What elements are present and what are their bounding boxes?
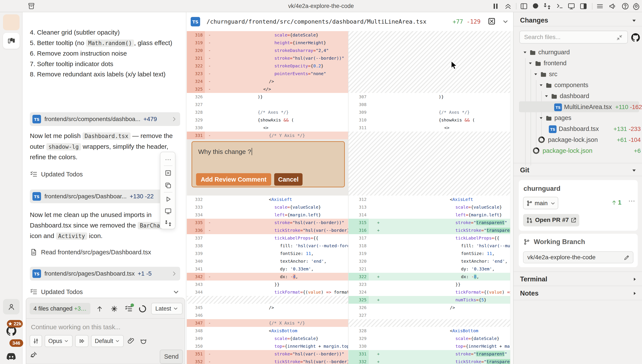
diff-row[interactable]: 345/> bbox=[187, 304, 348, 312]
diff-row[interactable]: 335-stroke="hsl(var(--border))" bbox=[187, 219, 348, 226]
working-branch-input[interactable]: vk/4e2a-explore-the-code bbox=[523, 251, 633, 263]
tree-item[interactable]: package-lock.json+61 -104 bbox=[514, 136, 642, 144]
diff-row[interactable]: 327 bbox=[348, 312, 510, 319]
settings-icon[interactable] bbox=[632, 2, 640, 10]
tree-item[interactable]: dashboard bbox=[514, 92, 642, 101]
tree-chevron-icon[interactable] bbox=[523, 50, 527, 55]
compare-icon[interactable] bbox=[165, 220, 172, 227]
diff-row[interactable]: 343}} bbox=[187, 280, 348, 288]
scroll-up-icon[interactable] bbox=[96, 305, 103, 312]
diff-row[interactable]: 326)} bbox=[187, 93, 348, 101]
diff-row[interactable]: 324tickFormat={(value) => formatValue(va… bbox=[348, 288, 510, 296]
file-diff-chip[interactable]: TSfrontend/src/components/dashboa...+479 bbox=[30, 112, 180, 126]
toggle-left-panel-icon[interactable] bbox=[520, 2, 528, 10]
preview-icon[interactable] bbox=[165, 208, 172, 215]
notes-caret-icon[interactable] bbox=[632, 291, 637, 296]
account-button[interactable] bbox=[3, 299, 20, 314]
model-dropdown[interactable]: Opus bbox=[45, 335, 73, 347]
terminal-caret-icon[interactable] bbox=[632, 277, 637, 282]
diff-row[interactable]: 320-strokeDasharray="2,4" bbox=[187, 46, 348, 54]
diff-row[interactable]: 317tickLabelProps={{ bbox=[348, 234, 510, 242]
diff-block-icon[interactable] bbox=[165, 169, 172, 177]
tool-call-row[interactable]: Updated Todos bbox=[30, 170, 181, 178]
terminal-header[interactable]: Terminal bbox=[520, 275, 547, 283]
tool-call-row[interactable]: Read frontend/src/pages/Dashboard.tsx bbox=[30, 248, 181, 256]
copy-icon[interactable] bbox=[165, 182, 172, 189]
diff-row[interactable]: 324-/> bbox=[187, 78, 348, 85]
diff-row[interactable]: 341dy: '0.33em', bbox=[187, 265, 348, 273]
diff-row[interactable]: 347-{/* X Axis */} bbox=[187, 319, 348, 327]
attach-icon[interactable] bbox=[127, 337, 135, 345]
mode-dropdown[interactable]: Default bbox=[91, 335, 124, 347]
diff-row[interactable]: 339fontSize: 11, bbox=[187, 250, 348, 257]
spark-icon[interactable] bbox=[111, 305, 118, 312]
tree-item[interactable]: frontend bbox=[514, 59, 642, 68]
diff-row[interactable]: 307)} bbox=[348, 93, 510, 101]
diff-row[interactable]: 331-{/* Y Axis */} bbox=[187, 132, 348, 139]
diff-row[interactable]: 331+stroke="transparent" bbox=[348, 350, 510, 358]
collapse-chat-icon[interactable] bbox=[504, 2, 512, 10]
open-pr-button[interactable]: Open PR #7 bbox=[523, 214, 579, 226]
diff-row[interactable]: 328<AxisBottom bbox=[348, 327, 510, 334]
branch-selector[interactable]: main bbox=[523, 197, 558, 209]
tree-chevron-icon[interactable] bbox=[539, 83, 543, 88]
diff-row[interactable]: 342-dx: -4, bbox=[187, 273, 348, 280]
diff-row[interactable]: 330top={innerHeight + margin.top} bbox=[348, 342, 510, 350]
composer-input[interactable]: Continue working on this task... bbox=[31, 324, 121, 331]
diff-row[interactable]: 352-tickStroke="hsl(var(--border))" bbox=[187, 358, 348, 364]
notes-header[interactable]: Notes bbox=[520, 290, 538, 297]
diff-row[interactable]: 344tickFormat={(value) => formatValue(va… bbox=[187, 288, 348, 296]
tree-item[interactable]: TSMultiLineArea.tsx+110 -162 bbox=[514, 103, 642, 112]
git-header[interactable]: Git bbox=[520, 166, 529, 174]
diff-row[interactable]: 309{/* Axes */} bbox=[348, 108, 510, 116]
terminal-expand-icon[interactable] bbox=[620, 276, 627, 283]
diff-row[interactable]: 350top={innerHeight + margin.top} bbox=[187, 342, 348, 350]
fast-forward-button[interactable] bbox=[75, 335, 89, 347]
monitor-icon[interactable] bbox=[567, 2, 575, 10]
diff-row[interactable]: 315+stroke="transparent" bbox=[348, 219, 510, 226]
diff-row[interactable]: 325-</> bbox=[187, 85, 348, 93]
toggle-right-panel-icon[interactable] bbox=[579, 2, 587, 10]
diff-column-new[interactable]: 307)}308309{/* Axes */}310{showAxis && (… bbox=[348, 31, 510, 364]
diff-row[interactable]: 319-height={innerHeight} bbox=[187, 39, 348, 46]
diff-row[interactable]: 329scale={dateScale} bbox=[348, 334, 510, 342]
diff-row[interactable]: 322-strokeOpacity={0.2} bbox=[187, 62, 348, 70]
tree-chevron-icon[interactable] bbox=[528, 61, 533, 66]
diff-row[interactable]: 351-stroke="hsl(var(--border))" bbox=[187, 350, 348, 358]
diff-row[interactable]: 332<AxisLeft bbox=[187, 196, 348, 203]
archive-box-icon[interactable] bbox=[28, 2, 35, 10]
diff-row[interactable]: 338fill: 'hsl(var(--muted-foreground))', bbox=[187, 242, 348, 250]
files-changed-chip[interactable]: 4 files changed +3… bbox=[30, 303, 90, 314]
diff-row[interactable]: 318-scale={dateScale} bbox=[187, 31, 348, 39]
git-collapse-icon[interactable] bbox=[631, 168, 637, 173]
file-diff-chip[interactable]: TSfrontend/src/pages/Dashboard.tsx+1-5 bbox=[30, 267, 180, 280]
diff-row[interactable]: 319fontSize: 11, bbox=[348, 250, 510, 257]
diff-row[interactable]: 349scale={dateScale} bbox=[187, 334, 348, 342]
git-compare-icon[interactable] bbox=[543, 2, 551, 10]
collapse-diff-icon[interactable] bbox=[502, 18, 509, 25]
diff-row[interactable]: 348<AxisBottom bbox=[187, 327, 348, 334]
pause-icon[interactable] bbox=[492, 2, 499, 10]
run-icon[interactable] bbox=[165, 196, 172, 203]
add-review-comment-button[interactable]: Add Review Comment bbox=[196, 173, 271, 186]
file-diff-chip[interactable]: TSfrontend/src/pages/Dashboar...+130-22 bbox=[30, 190, 171, 203]
diff-row[interactable]: 314left={margin.left} bbox=[348, 211, 510, 219]
diff-row[interactable]: 325+numTicks={5} bbox=[348, 296, 510, 304]
diff-row[interactable]: 334left={margin.left} bbox=[187, 211, 348, 219]
diff-row[interactable]: 328{/* Axes */} bbox=[187, 108, 348, 116]
todos-icon[interactable] bbox=[125, 305, 133, 313]
diff-row[interactable]: 321dy: '0.33em', bbox=[348, 265, 510, 273]
diff-row[interactable]: 316+tickStroke="transparent" bbox=[348, 226, 510, 234]
sidebar-tab-board[interactable] bbox=[3, 33, 20, 49]
tree-item[interactable]: package-lock.json+6 bbox=[514, 147, 642, 156]
tree-chevron-icon[interactable] bbox=[539, 116, 543, 120]
tree-chevron-icon[interactable] bbox=[544, 94, 549, 98]
composer-settings-button[interactable] bbox=[30, 335, 42, 347]
tree-item[interactable]: components bbox=[514, 81, 642, 90]
diff-row[interactable]: 320textAnchor: 'end', bbox=[348, 257, 510, 265]
diff-row[interactable]: 330<> bbox=[187, 124, 348, 132]
changes-collapse-icon[interactable] bbox=[631, 18, 637, 24]
search-files-input[interactable]: Search files... bbox=[519, 31, 628, 44]
tree-item[interactable]: TSDashboard.tsx+131 -233 bbox=[514, 125, 642, 134]
diff-row[interactable]: 323-pointerEvents="none" bbox=[187, 70, 348, 78]
